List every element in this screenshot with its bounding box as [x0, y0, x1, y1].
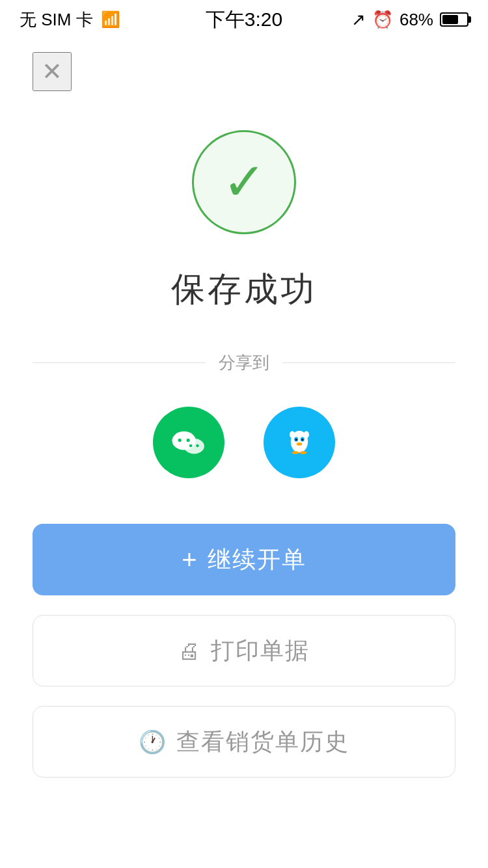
svg-point-12	[290, 431, 295, 439]
close-icon: ✕	[42, 57, 62, 86]
svg-point-14	[292, 451, 299, 454]
svg-point-9	[295, 439, 297, 441]
svg-point-4	[189, 444, 192, 447]
svg-point-13	[304, 431, 309, 439]
success-circle: ✓	[192, 130, 296, 234]
checkmark-icon: ✓	[223, 156, 266, 208]
history-icon: 🕐	[139, 729, 166, 755]
history-button-label: 查看销货单历史	[176, 726, 349, 758]
continue-button-label: 继续开单	[208, 544, 306, 576]
buttons-section: + 继续开单 🖨 打印单据 🕐 查看销货单历史	[33, 524, 455, 778]
qq-share-button[interactable]	[264, 407, 335, 478]
print-button-label: 打印单据	[211, 635, 310, 667]
svg-point-10	[301, 439, 304, 441]
share-icons	[153, 407, 335, 478]
no-sim-text: 无 SIM 卡	[20, 8, 93, 31]
battery-percent: 68%	[400, 10, 433, 30]
status-time: 下午3:20	[206, 7, 282, 33]
battery-fill	[442, 15, 458, 24]
success-title: 保存成功	[171, 267, 317, 312]
print-icon: 🖨	[178, 638, 200, 664]
battery-container	[440, 12, 468, 27]
plus-icon: +	[182, 545, 197, 575]
divider-line-left	[33, 362, 206, 363]
continue-button[interactable]: + 继续开单	[33, 524, 455, 595]
svg-point-15	[300, 451, 307, 454]
wechat-share-button[interactable]	[153, 407, 224, 478]
svg-point-11	[297, 442, 302, 446]
wifi-icon: 📶	[101, 10, 120, 29]
qq-svg-icon	[280, 423, 319, 462]
close-button[interactable]: ✕	[33, 52, 72, 91]
svg-point-2	[178, 439, 181, 442]
svg-point-5	[196, 444, 199, 447]
share-label: 分享到	[219, 351, 269, 374]
status-bar: 无 SIM 卡 📶 下午3:20 ↗ ⏰ 68%	[0, 0, 488, 39]
divider-line-right	[282, 362, 455, 363]
alarm-icon: ⏰	[372, 10, 393, 30]
location-icon: ↗	[351, 10, 366, 30]
status-left: 无 SIM 卡 📶	[20, 8, 120, 31]
main-content: ✕ ✓ 保存成功 分享到	[0, 39, 488, 778]
print-button[interactable]: 🖨 打印单据	[33, 615, 455, 686]
svg-point-3	[186, 439, 189, 442]
wechat-svg-icon	[168, 422, 210, 464]
battery-icon	[440, 12, 468, 27]
history-button[interactable]: 🕐 查看销货单历史	[33, 706, 455, 778]
status-right: ↗ ⏰ 68%	[351, 10, 468, 30]
divider-section: 分享到	[33, 351, 455, 374]
